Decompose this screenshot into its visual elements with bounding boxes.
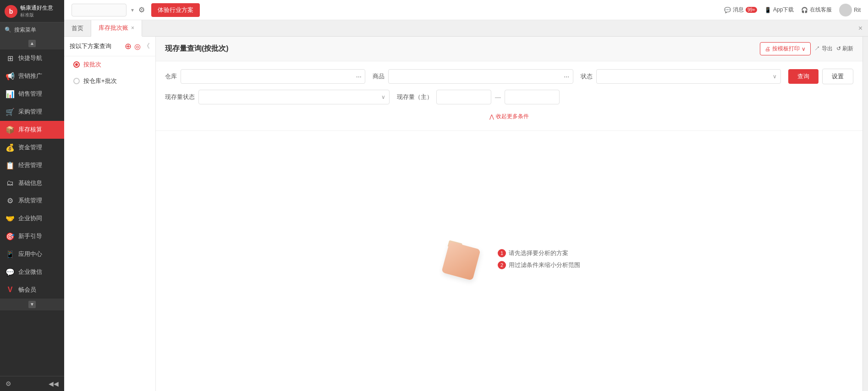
product-input[interactable]: ··· [388, 69, 573, 84]
export-button[interactable]: ↗ 导出 [814, 45, 832, 53]
plan-item-batch[interactable]: 按批次 [64, 56, 155, 73]
warehouse-more-icon[interactable]: ··· [356, 72, 361, 81]
app-edition: 标准版 [20, 12, 53, 18]
settings-plan-icon[interactable]: ◎ [134, 42, 141, 51]
left-panel: 按以下方案查询 ⊕ ◎ 《 按批次 按仓库+批次 [64, 37, 156, 391]
status-label: 状态 [581, 72, 593, 81]
sidebar: b 畅康通好生意 标准版 🔍 搜索菜单 ▲ ⊞ 快捷导航 📢 营销推广 📊 销售… [0, 0, 64, 391]
system-icon: ⚙ [5, 196, 15, 205]
sidebar-item-label: 基础信息 [18, 179, 42, 187]
sidebar-header: b 畅康通好生意 标准版 [0, 0, 64, 22]
sidebar-item-wechat[interactable]: 💬 企业微信 [0, 263, 64, 281]
warehouse-input[interactable]: ··· [181, 69, 365, 84]
sidebar-item-label: 资金管理 [18, 143, 42, 152]
sidebar-item-finance[interactable]: 💰 资金管理 [0, 139, 64, 157]
scroll-down-arrow[interactable]: ▼ [28, 301, 36, 308]
page-title-bar: 现存量查询(按批次) 🖨 按模板打印 ∨ ↗ 导出 ↺ 刷新 [156, 37, 863, 61]
sidebar-item-basic[interactable]: 🗂 基础信息 [0, 174, 64, 192]
sidebar-item-operations[interactable]: 📋 经营管理 [0, 157, 64, 174]
refresh-label: 刷新 [842, 45, 853, 52]
status-select[interactable]: ∨ [596, 69, 781, 84]
sidebar-item-label: 库存核算 [18, 125, 42, 134]
plan-item-batch-label: 按批次 [83, 60, 101, 69]
tab-home[interactable]: 首页 [64, 20, 91, 37]
add-plan-icon[interactable]: ⊕ [125, 41, 132, 51]
product-more-icon[interactable]: ··· [564, 72, 569, 81]
inventory-qty-to[interactable] [505, 90, 560, 104]
sidebar-item-newbie[interactable]: 🎯 新手引导 [0, 228, 64, 245]
settings-button[interactable]: 设置 [822, 69, 853, 84]
inventory-status-select[interactable]: ∨ [198, 90, 390, 104]
sidebar-item-label: 快捷导航 [18, 54, 42, 62]
enterprise-icon: 🤝 [5, 214, 15, 223]
sidebar-item-system[interactable]: ⚙ 系统管理 [0, 192, 64, 210]
message-icon: 💬 [724, 7, 731, 13]
sidebar-item-enterprise[interactable]: 🤝 企业协同 [0, 210, 64, 228]
filter-row-1: 仓库 ··· 商品 ··· 状态 [165, 69, 853, 84]
query-button[interactable]: 查询 [788, 69, 819, 84]
hint-2: 2 用过滤条件来缩小分析范围 [498, 261, 580, 269]
qty-separator: — [495, 94, 501, 101]
filter-product: 商品 ··· [373, 69, 573, 84]
status-arrow: ∨ [773, 73, 777, 80]
collapse-sidebar-icon[interactable]: ◀◀ [49, 380, 59, 387]
app-download-button[interactable]: 📱 App下载 [764, 6, 794, 14]
sidebar-item-label: 采购管理 [18, 108, 42, 116]
sidebar-item-marketing[interactable]: 📢 营销推广 [0, 67, 64, 85]
messages-badge: 99+ [746, 7, 757, 13]
export-icon: ↗ [814, 45, 820, 52]
step-1-num: 1 [498, 249, 506, 257]
print-label: 按模板打印 [772, 45, 800, 53]
sidebar-item-label: 系统管理 [18, 196, 42, 205]
collapse-filter-button[interactable]: ⋀ 收起更多条件 [165, 110, 853, 123]
tabbar-close-button[interactable]: × [853, 24, 868, 33]
sidebar-item-sales[interactable]: 📊 销售管理 [0, 85, 64, 103]
left-panel-header: 按以下方案查询 ⊕ ◎ 《 [64, 37, 155, 56]
inventory-qty-from[interactable] [436, 90, 491, 104]
box-main-shape [441, 241, 481, 281]
sidebar-item-appstore[interactable]: 📱 应用中心 [0, 245, 64, 263]
sidebar-search[interactable]: 🔍 搜索菜单 [0, 22, 64, 38]
search-input[interactable] [71, 4, 126, 16]
hint-1: 1 请先选择要分析的方案 [498, 249, 580, 257]
sidebar-item-label: 企业协同 [18, 214, 42, 223]
topbar-gear-icon[interactable]: ⚙ [138, 5, 145, 14]
experience-button[interactable]: 体验行业方案 [151, 3, 200, 17]
topbar-right: 💬 消息 99+ 📱 App下载 🎧 在线客服 Rit [724, 4, 861, 16]
scroll-up-arrow[interactable]: ▲ [28, 40, 36, 47]
page-toolbar: 🖨 按模板打印 ∨ ↗ 导出 ↺ 刷新 [760, 42, 853, 55]
sidebar-item-inventory[interactable]: 📦 库存核算 [0, 121, 64, 139]
sidebar-item-purchase[interactable]: 🛒 采购管理 [0, 103, 64, 121]
messages-button[interactable]: 💬 消息 99+ [724, 6, 757, 14]
shortcut-icon: ⊞ [5, 54, 15, 63]
right-panel: 现存量查询(按批次) 🖨 按模板打印 ∨ ↗ 导出 ↺ 刷新 [156, 37, 863, 391]
appstore-icon: 📱 [5, 250, 15, 259]
tab-home-label: 首页 [71, 24, 83, 33]
user-profile[interactable]: Rit [839, 4, 861, 16]
print-button[interactable]: 🖨 按模板打印 ∨ [760, 42, 811, 55]
topbar-dropdown-arrow[interactable]: ▾ [131, 7, 134, 13]
online-service-button[interactable]: 🎧 在线客服 [801, 6, 832, 14]
tab-close-icon[interactable]: × [131, 25, 134, 31]
sidebar-footer: ⚙ ◀◀ [0, 376, 64, 391]
search-icon: 🔍 [5, 27, 11, 33]
app-name: 畅康通好生意 [20, 5, 53, 12]
plan-item-warehouse-batch[interactable]: 按仓库+批次 [64, 73, 155, 89]
refresh-button[interactable]: ↺ 刷新 [836, 45, 853, 53]
sidebar-item-member[interactable]: V 畅会员 [0, 281, 64, 299]
sidebar-item-shortcut[interactable]: ⊞ 快捷导航 [0, 49, 64, 67]
filter-inventory-qty: 现存量（主） — [397, 90, 621, 104]
sidebar-search-label: 搜索菜单 [14, 26, 36, 34]
inventory-icon: 📦 [5, 125, 15, 134]
settings-icon[interactable]: ⚙ [5, 380, 11, 387]
tab-inventory-batch[interactable]: 库存批次账 × [91, 20, 142, 37]
sidebar-brand-text: 畅康通好生意 标准版 [20, 5, 53, 18]
inventory-status-label: 现存量状态 [165, 93, 195, 101]
collapse-panel-icon[interactable]: 《 [143, 42, 150, 50]
side-scrollbar[interactable] [863, 37, 868, 391]
tabbar: 首页 库存批次账 × × [64, 20, 868, 37]
filter-warehouse: 仓库 ··· [165, 69, 365, 84]
phone-icon: 📱 [764, 7, 771, 13]
empty-hints: 1 请先选择要分析的方案 2 用过滤条件来缩小分析范围 [498, 249, 580, 273]
left-panel-actions: ⊕ ◎ 《 [125, 41, 150, 51]
